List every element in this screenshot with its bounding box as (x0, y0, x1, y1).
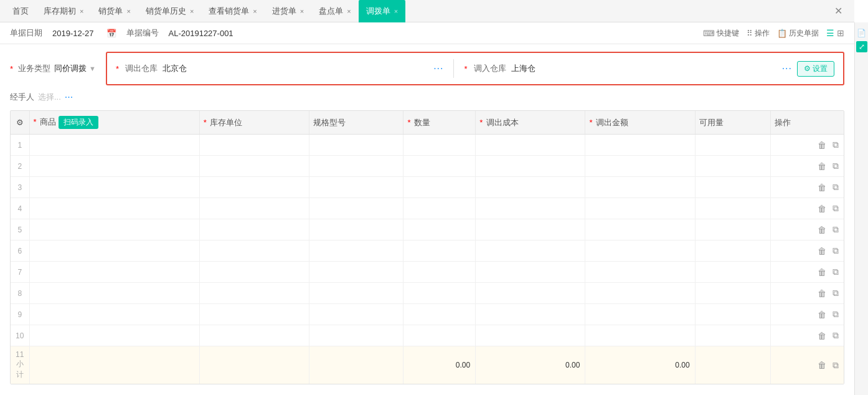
tab-transfer-close[interactable]: × (394, 7, 398, 15)
cell-unit[interactable] (199, 283, 309, 304)
cell-cost[interactable] (476, 219, 585, 240)
tab-inventory-check[interactable]: 盘点单 × (311, 0, 358, 22)
tab-inventory-init-close[interactable]: × (80, 7, 83, 15)
operation-btn[interactable]: ⠿ 操作 (747, 28, 770, 39)
cell-qty[interactable] (403, 325, 476, 346)
row-delete-icon[interactable]: 🗑 (816, 308, 828, 321)
cell-product[interactable] (29, 198, 199, 219)
cell-available[interactable] (695, 325, 770, 346)
row-delete-icon[interactable]: 🗑 (816, 330, 828, 342)
cell-spec[interactable] (309, 262, 403, 283)
row-delete-icon[interactable]: 🗑 (816, 224, 828, 236)
cell-available[interactable] (695, 304, 770, 325)
row-copy-icon[interactable]: ⧉ (831, 359, 840, 372)
cell-qty[interactable] (403, 135, 476, 156)
cell-cost[interactable] (476, 177, 585, 198)
cell-qty[interactable] (403, 198, 476, 219)
cell-amount[interactable] (585, 283, 695, 304)
tab-view-sales[interactable]: 查看销货单 × (201, 0, 264, 22)
cell-qty[interactable] (403, 283, 476, 304)
cell-amount[interactable] (585, 156, 695, 177)
cell-product[interactable] (29, 240, 199, 262)
cell-unit[interactable] (199, 198, 309, 219)
row-copy-icon[interactable]: ⧉ (831, 287, 840, 300)
tab-sales-order[interactable]: 销货单 × (91, 0, 138, 22)
cell-available[interactable] (695, 135, 770, 156)
cell-amount[interactable] (585, 177, 695, 198)
cell-spec[interactable] (309, 304, 403, 325)
cell-qty[interactable] (403, 156, 476, 177)
tab-transfer[interactable]: 调拨单 × (359, 0, 405, 22)
business-select[interactable]: 同价调拨 ▼ (54, 63, 96, 74)
cell-amount[interactable] (585, 304, 695, 325)
tab-sales-order-close[interactable]: × (126, 7, 130, 15)
tab-purchase-close[interactable]: × (300, 7, 304, 15)
cell-product[interactable] (29, 177, 199, 198)
in-warehouse-value[interactable]: 上海仓 (511, 63, 535, 74)
row-copy-icon[interactable]: ⧉ (831, 265, 840, 278)
cell-spec[interactable] (309, 135, 403, 156)
row-copy-icon[interactable]: ⧉ (831, 329, 840, 342)
row-delete-icon[interactable]: 🗑 (816, 139, 828, 151)
tab-inventory-init[interactable]: 库存期初 × (36, 0, 91, 22)
out-warehouse-more-icon[interactable]: ··· (433, 63, 443, 74)
row-delete-icon[interactable]: 🗑 (816, 181, 828, 194)
cell-cost[interactable] (476, 283, 585, 304)
cell-amount[interactable] (585, 135, 695, 156)
row-copy-icon[interactable]: ⧉ (831, 159, 840, 173)
cell-available[interactable] (695, 198, 770, 219)
tab-view-sales-close[interactable]: × (253, 7, 257, 15)
row-copy-icon[interactable]: ⧉ (831, 138, 840, 151)
cell-qty[interactable] (403, 219, 476, 240)
cell-product[interactable] (29, 283, 199, 304)
cell-unit[interactable] (199, 262, 309, 283)
cell-product[interactable] (29, 325, 199, 346)
tab-sales-history-close[interactable]: × (190, 7, 194, 15)
cell-product[interactable] (29, 304, 199, 325)
cell-amount[interactable] (585, 198, 695, 219)
th-settings[interactable]: ⚙ (11, 111, 29, 135)
row-copy-icon[interactable]: ⧉ (831, 308, 840, 321)
cell-qty[interactable] (403, 262, 476, 283)
cell-available[interactable] (695, 219, 770, 240)
cell-spec[interactable] (309, 219, 403, 240)
cell-cost[interactable] (476, 198, 585, 219)
cell-unit[interactable] (199, 304, 309, 325)
row-copy-icon[interactable]: ⧉ (831, 244, 840, 257)
cell-available[interactable] (695, 156, 770, 177)
cell-available[interactable] (695, 240, 770, 262)
shortcut-btn[interactable]: ⌨ 快捷键 (703, 28, 739, 39)
tab-sales-history[interactable]: 销货单历史 × (138, 0, 201, 22)
table-scroll-area[interactable]: ⚙ * 商品 扫码录入 * 库存单位 规格型号 (11, 111, 844, 384)
cell-amount[interactable] (585, 325, 695, 346)
cell-cost[interactable] (476, 156, 585, 177)
cell-unit[interactable] (199, 177, 309, 198)
cell-product[interactable] (29, 135, 199, 156)
cell-spec[interactable] (309, 240, 403, 262)
row-delete-icon[interactable]: 🗑 (816, 266, 828, 278)
history-btn[interactable]: 📋 历史单据 (777, 28, 819, 39)
row-delete-icon[interactable]: 🗑 (816, 202, 828, 215)
cell-unit[interactable] (199, 219, 309, 240)
cell-spec[interactable] (309, 156, 403, 177)
scan-entry-button[interactable]: 扫码录入 (59, 116, 98, 129)
tab-purchase[interactable]: 进货单 × (265, 0, 311, 22)
out-warehouse-value[interactable]: 北京仓 (163, 63, 187, 74)
row-delete-icon[interactable]: 🗑 (816, 245, 828, 257)
cell-spec[interactable] (309, 325, 403, 346)
cell-amount[interactable] (585, 262, 695, 283)
cell-product[interactable] (29, 262, 199, 283)
in-warehouse-more-icon[interactable]: ··· (782, 63, 792, 74)
cell-unit[interactable] (199, 325, 309, 346)
cell-spec[interactable] (309, 283, 403, 304)
cell-cost[interactable] (476, 135, 585, 156)
row-copy-icon[interactable]: ⧉ (831, 223, 840, 236)
cell-qty[interactable] (403, 177, 476, 198)
cell-qty[interactable] (403, 304, 476, 325)
cell-amount[interactable] (585, 219, 695, 240)
sidebar-expand-icon[interactable]: ⤢ (856, 41, 867, 52)
cell-available[interactable] (695, 283, 770, 304)
calendar-icon[interactable]: 📅 (106, 29, 116, 38)
cell-cost[interactable] (476, 240, 585, 262)
layout-list-btn[interactable]: ☰ (826, 28, 834, 38)
